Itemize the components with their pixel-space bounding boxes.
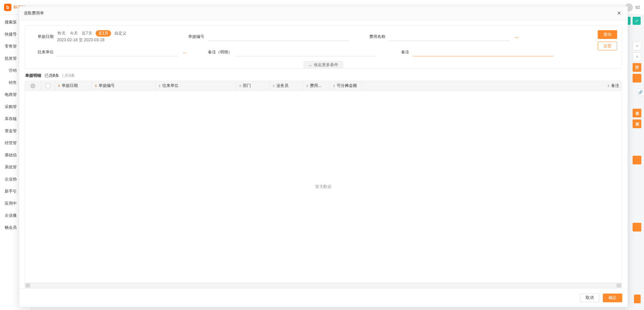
sort-icon: ▲▼ [607, 84, 610, 88]
party-label: 往来单位 [30, 49, 54, 55]
scroll-right-icon[interactable] [616, 283, 621, 288]
note-detail-label: 备注（明细） [202, 49, 232, 55]
date-quick-today[interactable]: 今天 [69, 31, 78, 36]
query-button[interactable]: 查询 [598, 30, 617, 39]
fee-name-lookup-icon[interactable]: … [513, 33, 520, 40]
table-settings-button[interactable] [25, 81, 41, 91]
close-icon[interactable]: ✕ [615, 9, 623, 17]
sort-icon: ▲▼ [306, 84, 309, 88]
gear-icon [31, 84, 35, 88]
fee-name-label: 费用名称 [362, 34, 385, 40]
party-lookup-icon[interactable]: … [181, 48, 189, 56]
code-input[interactable] [208, 32, 348, 41]
date-quick-7days[interactable]: 近7天 [81, 31, 93, 36]
filter-panel: 查询 设置 单据日期 昨天 今天 近7天 近1月 自定义 2023-02-18 [24, 25, 622, 69]
collapse-label: 收起更多条件 [314, 62, 338, 68]
party-input[interactable] [57, 48, 178, 56]
chevron-up-icon: ︽ [309, 63, 312, 67]
col-party[interactable]: ▲▼ 往来单位 [156, 81, 236, 91]
date-quick-custom[interactable]: 自定义 [114, 31, 127, 36]
sort-icon: ▲▼ [239, 84, 241, 88]
selected-count: 已选0条 [45, 73, 59, 79]
code-label: 单据编号 [181, 34, 204, 40]
fee-name-input[interactable] [389, 32, 509, 41]
date-range-text: 2023-02-18 至 2023-03-18 [57, 37, 127, 43]
col-dept[interactable]: ▲▼ 部门 [236, 81, 270, 91]
svg-point-0 [32, 85, 34, 87]
note-detail-input[interactable] [235, 48, 376, 56]
collapse-filters-button[interactable]: ︽ 收起更多条件 [304, 61, 343, 68]
col-note[interactable]: ▲▼ 备注 [362, 81, 622, 91]
sort-icon: ▲▼ [58, 84, 60, 88]
note-input[interactable] [413, 48, 553, 56]
ok-button[interactable]: 确定 [603, 294, 622, 302]
note-label: 备注 [396, 49, 409, 55]
total-count: | 共0条 [62, 73, 75, 79]
cancel-button[interactable]: 取消 [580, 294, 599, 302]
empty-state: 暂无数据 [25, 91, 622, 282]
date-quick-1month[interactable]: 近1月 [96, 30, 111, 37]
date-label: 单据日期 [30, 34, 54, 40]
modal-title: 选取费用单 [24, 10, 44, 16]
sort-icon: ▲▼ [95, 84, 97, 88]
section-title: 单据明细 [25, 73, 41, 79]
settings-button[interactable]: 设置 [598, 42, 617, 50]
scroll-left-icon[interactable] [25, 283, 30, 288]
select-all-checkbox[interactable] [41, 81, 55, 91]
col-amount[interactable]: ▲▼ 可分摊金额 [330, 81, 362, 91]
select-fee-modal: 选取费用单 ✕ 查询 设置 单据日期 昨天 今天 近7天 近1月 [19, 6, 628, 307]
date-quick-yesterday[interactable]: 昨天 [57, 31, 66, 36]
col-fee[interactable]: ▲▼ 费用... [303, 81, 330, 91]
sort-icon: ▲▼ [158, 84, 161, 88]
col-date[interactable]: ▲▼ 单据日期 [55, 81, 92, 91]
results-table: ▲▼ 单据日期 ▲▼ 单据编号 ▲▼ 往来单位 ▲▼ 部门 ▲▼ 业务员 [24, 81, 622, 288]
col-person[interactable]: ▲▼ 业务员 [270, 81, 303, 91]
col-code[interactable]: ▲▼ 单据编号 [92, 81, 156, 91]
horizontal-scrollbar[interactable] [25, 282, 622, 288]
sort-icon: ▲▼ [333, 84, 335, 88]
sort-icon: ▲▼ [272, 84, 275, 88]
